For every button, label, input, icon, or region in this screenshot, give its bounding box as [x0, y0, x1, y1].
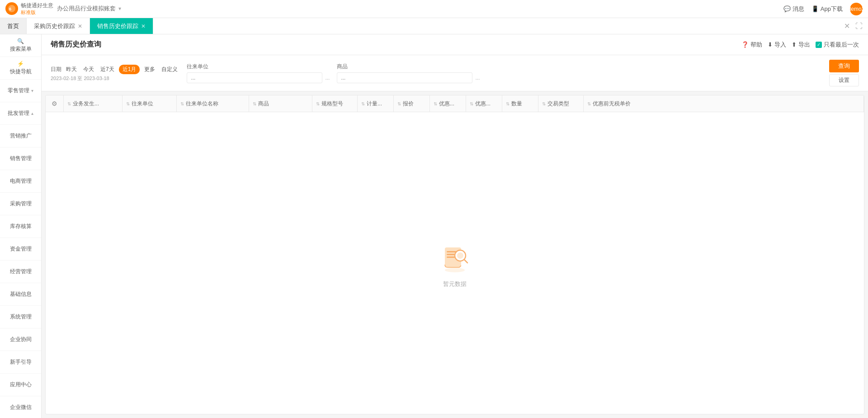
- sidebar-item-app-center[interactable]: 应用中心: [0, 374, 41, 396]
- sidebar-item-ecommerce[interactable]: 电商管理: [0, 170, 41, 193]
- empty-illustration: [437, 238, 473, 275]
- export-icon: ⬆: [792, 41, 797, 48]
- col-spec-sort-icon: ⇅: [316, 101, 320, 106]
- col-settings[interactable]: ⚙: [46, 95, 64, 112]
- sidebar-item-basic[interactable]: 基础信息: [0, 283, 41, 306]
- sidebar-item-purchase-mgmt[interactable]: 采购管理: [0, 193, 41, 215]
- only-last-checkbox: [816, 42, 822, 48]
- date-btn-custom[interactable]: 自定义: [160, 65, 179, 74]
- svg-point-8: [457, 252, 463, 259]
- sidebar-item-sales-mgmt[interactable]: 销售管理: [0, 147, 41, 170]
- col-product-sort-icon: ⇅: [253, 101, 256, 106]
- empty-text: 暂元数据: [443, 280, 467, 288]
- col-product[interactable]: ⇅ 商品: [249, 95, 312, 112]
- sidebar-item-wholesale[interactable]: 批发管理 ▴: [0, 102, 41, 125]
- sidebar-item-operations[interactable]: 经营管理: [0, 261, 41, 283]
- tab-sales[interactable]: 销售历史价跟踪 ✕: [90, 18, 153, 34]
- product-filter-group: 商品 ...: [337, 63, 480, 83]
- filter-actions: 查询 设置: [829, 60, 859, 86]
- col-discount1[interactable]: ⇅ 优惠...: [430, 95, 466, 112]
- app-download-button[interactable]: 📱 App下载: [811, 5, 843, 13]
- col-trade-sort-icon: ⇅: [542, 101, 546, 106]
- sidebar-item-inventory[interactable]: 库存核算: [0, 215, 41, 238]
- workspace-selector[interactable]: 办公用品行业模拟账套 ▾: [57, 5, 121, 13]
- retail-arrow-down-icon: ▾: [31, 88, 33, 93]
- date-btn-yesterday[interactable]: 昨天: [64, 65, 79, 74]
- col-discount2-sort-icon: ⇅: [470, 101, 473, 106]
- unit-filter-input[interactable]: [187, 72, 322, 83]
- col-unit-name[interactable]: ⇅ 往来单位名称: [177, 95, 249, 112]
- col-unit-code[interactable]: ⇅ 往来单位: [123, 95, 177, 112]
- logo-area: 6 畅捷通好生意 标准版: [5, 2, 53, 16]
- col-notax[interactable]: ⇅ 优惠前无税单价: [584, 95, 864, 112]
- sidebar-item-system[interactable]: 系统管理: [0, 306, 41, 328]
- tab-sales-close[interactable]: ✕: [141, 24, 146, 29]
- top-bar: 6 畅捷通好生意 标准版 办公用品行业模拟账套 ▾ 💬 消息 📱 App下载 d…: [0, 0, 868, 18]
- col-spec[interactable]: ⇅ 规格型号: [312, 95, 358, 112]
- tab-home[interactable]: 首页: [0, 18, 27, 34]
- sidebar: 🔍 搜索菜单 ⚡ 快捷导航 零售管理 ▾ 批发管理 ▴ 营销推广 销售管理 电商…: [0, 34, 42, 418]
- logo-line1: 畅捷通好生意: [21, 2, 53, 10]
- logo-text: 畅捷通好生意 标准版: [21, 2, 53, 16]
- tab-bar: 首页 采购历史价跟踪 ✕ 销售历史价跟踪 ✕ ✕ ⛶: [0, 18, 868, 34]
- sidebar-item-shortcut[interactable]: ⚡ 快捷导航: [0, 57, 41, 80]
- import-button[interactable]: ⬇ 导入: [768, 41, 786, 49]
- svg-line-9: [464, 260, 467, 263]
- sidebar-item-finance[interactable]: 资金管理: [0, 238, 41, 261]
- date-btn-7days[interactable]: 近7天: [99, 65, 116, 74]
- main-layout: 🔍 搜索菜单 ⚡ 快捷导航 零售管理 ▾ 批发管理 ▴ 营销推广 销售管理 电商…: [0, 34, 868, 418]
- col-price-sort-icon: ⇅: [397, 101, 401, 106]
- product-filter-more[interactable]: ...: [475, 75, 480, 81]
- empty-state: 暂元数据: [46, 112, 864, 414]
- product-filter-label: 商品: [337, 63, 480, 71]
- query-button[interactable]: 查询: [829, 60, 859, 72]
- product-filter-row: ...: [337, 72, 480, 83]
- sidebar-item-guide[interactable]: 新手引导: [0, 351, 41, 374]
- filter-row: 日期 昨天 今天 近7天 近1月 更多 自定义 2023-02-18 至 202…: [42, 55, 868, 91]
- date-options-row: 日期 昨天 今天 近7天 近1月 更多 自定义: [51, 65, 179, 74]
- tab-close-window-button[interactable]: ✕: [844, 22, 850, 30]
- sidebar-item-retail[interactable]: 零售管理 ▾: [0, 80, 41, 102]
- date-filter-label: 日期: [51, 66, 61, 73]
- search-icon: 🔍: [17, 38, 24, 44]
- col-price[interactable]: ⇅ 报价: [394, 95, 430, 112]
- unit-filter-label: 往来单位: [187, 63, 330, 71]
- tab-purchase[interactable]: 采购历史价跟踪 ✕: [27, 18, 90, 34]
- date-btn-more[interactable]: 更多: [142, 65, 157, 74]
- tab-purchase-close[interactable]: ✕: [78, 24, 82, 29]
- sidebar-item-enterprise[interactable]: 企业协同: [0, 328, 41, 351]
- page-header-actions: ❓ 帮助 ⬇ 导入 ⬆ 导出 只看最后一次: [741, 41, 859, 54]
- wholesale-arrow-up-icon: ▴: [31, 111, 33, 116]
- col-unit[interactable]: ⇅ 计量...: [358, 95, 394, 112]
- top-bar-left: 6 畅捷通好生意 标准版 办公用品行业模拟账套 ▾: [5, 2, 121, 16]
- date-btn-today[interactable]: 今天: [81, 65, 96, 74]
- table-area: ⚙ ⇅ 业务发生... ⇅ 往来单位 ⇅ 往来单位名称 ⇅ 商品: [45, 95, 864, 414]
- help-button[interactable]: ❓ 帮助: [741, 41, 762, 49]
- col-date[interactable]: ⇅ 业务发生...: [64, 95, 123, 112]
- col-trade[interactable]: ⇅ 交易类型: [538, 95, 584, 112]
- sidebar-item-marketing[interactable]: 营销推广: [0, 125, 41, 147]
- unit-filter-row: ...: [187, 72, 330, 83]
- col-discount2[interactable]: ⇅ 优惠...: [466, 95, 502, 112]
- user-avatar-button[interactable]: demo2: [850, 3, 863, 15]
- date-btn-1month[interactable]: 近1月: [119, 65, 140, 74]
- col-date-label: 业务发生...: [73, 100, 99, 108]
- col-notax-sort-icon: ⇅: [587, 101, 591, 106]
- unit-filter-more[interactable]: ...: [325, 75, 330, 81]
- col-trade-label: 交易类型: [547, 100, 569, 108]
- sidebar-item-wechat[interactable]: 企业微信: [0, 396, 41, 418]
- col-qty[interactable]: ⇅ 数量: [502, 95, 538, 112]
- col-date-sort-icon: ⇅: [67, 101, 71, 106]
- page-title: 销售历史价查询: [51, 40, 101, 55]
- table-settings-icon[interactable]: ⚙: [52, 100, 57, 107]
- shortcut-icon: ⚡: [17, 61, 24, 67]
- only-last-toggle[interactable]: 只看最后一次: [816, 41, 859, 49]
- message-button[interactable]: 💬 消息: [783, 5, 804, 13]
- settings-button[interactable]: 设置: [829, 74, 859, 86]
- tab-maximize-button[interactable]: ⛶: [855, 22, 863, 30]
- export-button[interactable]: ⬆ 导出: [792, 41, 810, 49]
- tab-bar-actions: ✕ ⛶: [839, 18, 868, 34]
- product-filter-input[interactable]: [337, 72, 472, 83]
- tab-home-label: 首页: [7, 22, 19, 30]
- sidebar-item-search[interactable]: 🔍 搜索菜单: [0, 34, 41, 57]
